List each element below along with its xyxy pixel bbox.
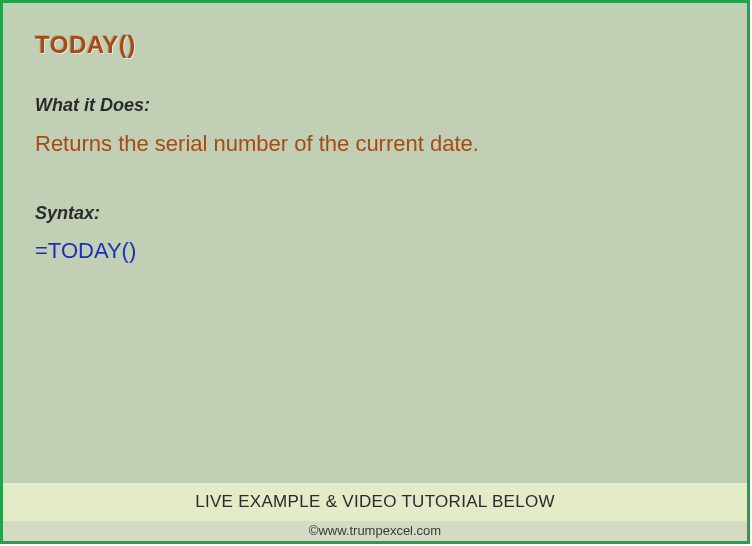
function-card: TODAY() What it Does: Returns the serial… bbox=[0, 0, 750, 544]
function-title: TODAY() bbox=[35, 31, 715, 59]
content-area: TODAY() What it Does: Returns the serial… bbox=[3, 3, 747, 483]
footer-banner: LIVE EXAMPLE & VIDEO TUTORIAL BELOW bbox=[3, 483, 747, 521]
what-it-does-label: What it Does: bbox=[35, 95, 715, 116]
syntax-label: Syntax: bbox=[35, 203, 715, 224]
syntax-code: =TODAY() bbox=[35, 238, 715, 264]
what-it-does-text: Returns the serial number of the current… bbox=[35, 130, 715, 159]
copyright-text: ©www.trumpexcel.com bbox=[3, 521, 747, 541]
